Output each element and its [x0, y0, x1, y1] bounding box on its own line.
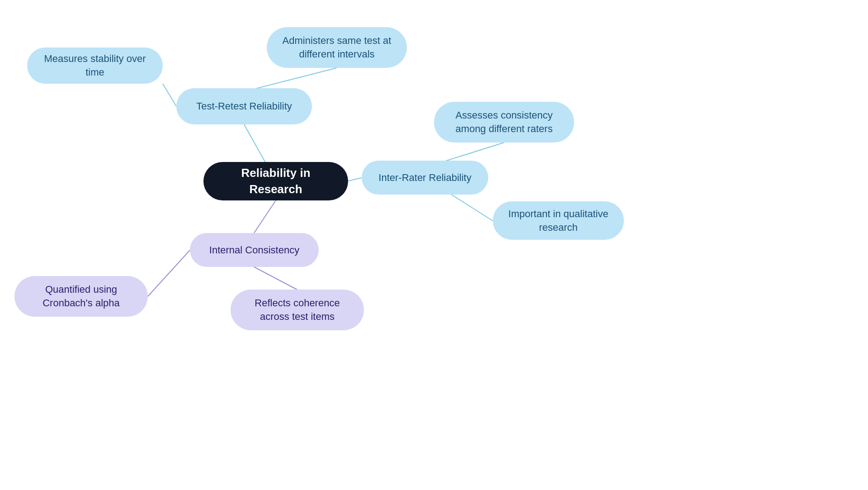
important-qualitative-label: Important in qualitative research — [505, 207, 611, 234]
quantified-cronbach-node: Quantified using Cronbach's alpha — [14, 276, 148, 317]
test-retest-node: Test-Retest Reliability — [176, 88, 312, 124]
inter-rater-node: Inter-Rater Reliability — [362, 161, 488, 195]
svg-line-7 — [148, 250, 190, 296]
test-retest-label: Test-Retest Reliability — [196, 100, 292, 113]
assesses-consistency-label: Assesses consistency among different rat… — [447, 109, 561, 135]
measures-stability-label: Measures stability over time — [40, 52, 150, 79]
center-node: Reliability in Research — [203, 162, 348, 200]
important-qualitative-node: Important in qualitative research — [493, 201, 624, 240]
reflects-coherence-node: Reflects coherence across test items — [231, 290, 364, 330]
svg-line-8 — [254, 267, 297, 290]
svg-line-1 — [163, 84, 176, 106]
administers-same-label: Administers same test at different inter… — [279, 34, 394, 61]
measures-stability-node: Measures stability over time — [27, 48, 163, 84]
inter-rater-label: Inter-Rater Reliability — [378, 171, 471, 185]
reflects-coherence-label: Reflects coherence across test items — [243, 296, 351, 323]
internal-consistency-node: Internal Consistency — [190, 233, 319, 267]
svg-line-6 — [254, 200, 276, 233]
svg-line-3 — [348, 178, 362, 181]
quantified-cronbach-label: Quantified using Cronbach's alpha — [27, 283, 135, 309]
internal-consistency-label: Internal Consistency — [209, 243, 299, 257]
administers-same-node: Administers same test at different inter… — [267, 27, 407, 68]
assesses-consistency-node: Assesses consistency among different rat… — [434, 102, 574, 143]
center-node-label: Reliability in Research — [216, 165, 335, 197]
